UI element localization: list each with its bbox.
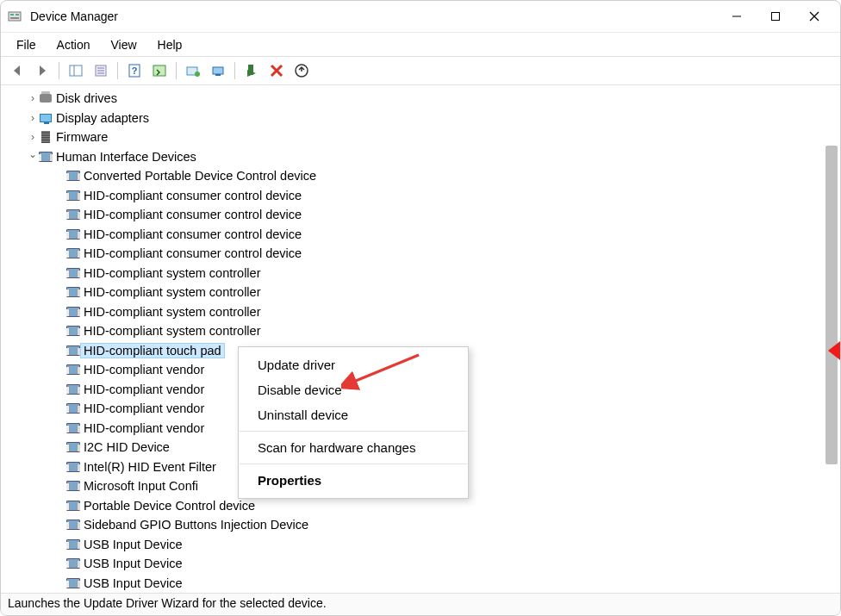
menu-file[interactable]: File	[6, 35, 47, 54]
tree-item-label: Microsoft Input Confi	[80, 479, 198, 493]
hid-icon	[66, 479, 80, 493]
cm-uninstall-device[interactable]: Uninstall device	[239, 402, 468, 427]
hid-icon	[66, 557, 80, 570]
tree-item[interactable]: HID-compliant system controller	[1, 302, 840, 322]
menubar: File Action View Help	[1, 32, 840, 56]
tree-item[interactable]: HID-compliant consumer control device	[1, 205, 840, 225]
tree-item[interactable]: HID-compliant consumer control device	[1, 186, 840, 206]
chevron-right-icon[interactable]	[27, 112, 39, 124]
tree-item-label: HID-compliant consumer control device	[80, 227, 302, 241]
tree-item[interactable]: Display adapters	[1, 109, 840, 128]
svg-rect-20	[215, 74, 221, 76]
tree-item[interactable]: Firmware	[1, 128, 840, 147]
tree-item-label: HID-compliant consumer control device	[80, 208, 302, 221]
tree-item[interactable]: HID-compliant consumer control device	[1, 244, 840, 264]
tree-item-label: USB Input Device	[80, 576, 182, 590]
cm-properties[interactable]: Properties	[239, 468, 468, 493]
tree-item-label: HID-compliant system controller	[80, 285, 260, 299]
cm-update-driver[interactable]: Update driver	[239, 352, 468, 377]
back-button[interactable]	[6, 59, 28, 82]
enable-device-button[interactable]	[240, 59, 263, 82]
toolbar-separator	[59, 62, 59, 79]
tree-item[interactable]: USB Input Device	[1, 535, 840, 555]
display-icon	[39, 111, 53, 125]
menu-help[interactable]: Help	[147, 35, 193, 54]
svg-rect-3	[10, 17, 19, 19]
firmware-icon	[39, 130, 53, 144]
action-button[interactable]	[148, 59, 171, 82]
tree-item-label: HID-compliant system controller	[80, 305, 260, 319]
disk-icon	[39, 91, 53, 105]
scan-hardware-button[interactable]	[207, 59, 229, 82]
hid-icon	[66, 169, 80, 183]
statusbar-text: Launches the Update Driver Wizard for th…	[8, 596, 327, 610]
properties-button[interactable]	[90, 59, 112, 82]
toolbar-separator	[176, 62, 177, 79]
tree-item-label: HID-compliant consumer control device	[80, 246, 302, 260]
hid-icon	[66, 189, 80, 202]
tree-item-label: Firmware	[53, 130, 108, 144]
svg-rect-1	[10, 14, 14, 16]
tree-item[interactable]: HID-compliant system controller	[1, 264, 840, 283]
toolbar: ?	[1, 57, 840, 84]
tree-item-label: HID-compliant vendor	[80, 401, 204, 415]
tree-item-label: Disk drives	[53, 91, 117, 105]
menu-action[interactable]: Action	[47, 35, 101, 54]
hid-icon	[66, 363, 80, 376]
svg-point-18	[195, 72, 200, 77]
chevron-right-icon[interactable]	[27, 131, 39, 143]
svg-rect-5	[771, 13, 779, 21]
tree-item[interactable]: Converted Portable Device Control device	[1, 166, 840, 186]
hid-icon	[66, 576, 80, 590]
minimize-button[interactable]	[717, 3, 756, 29]
svg-rect-2	[16, 14, 19, 16]
hid-icon	[66, 305, 80, 319]
toolbar-separator	[117, 62, 118, 79]
tree-item[interactable]: HID-compliant system controller	[1, 283, 840, 302]
tree-item[interactable]: USB Input Device	[1, 574, 840, 594]
device-tree-panel: Disk drivesDisplay adaptersFirmwareHuman…	[1, 84, 840, 593]
hid-icon	[66, 538, 80, 551]
tree-item[interactable]: Sideband GPIO Buttons Injection Device	[1, 515, 840, 535]
tree-item-label: Sideband GPIO Buttons Injection Device	[80, 518, 308, 532]
hid-icon	[66, 440, 80, 454]
cm-separator	[240, 431, 467, 432]
uninstall-device-button[interactable]	[290, 59, 313, 82]
maximize-button[interactable]	[756, 3, 794, 29]
tree-item-label: Intel(R) HID Event Filter	[80, 460, 216, 474]
tree-item-label: Display adapters	[53, 111, 149, 125]
tree-item[interactable]: HID-compliant consumer control device	[1, 225, 840, 245]
svg-rect-8	[70, 65, 82, 76]
forward-button[interactable]	[31, 59, 53, 82]
tree-item[interactable]: Human Interface Devices	[1, 147, 840, 167]
hid-icon	[66, 227, 80, 241]
svg-text:?: ?	[132, 65, 138, 76]
tree-item-label: HID-compliant system controller	[80, 324, 260, 338]
tree-item-label: HID-compliant vendor	[80, 421, 204, 435]
show-hide-tree-button[interactable]	[65, 59, 87, 82]
hid-icon	[66, 383, 80, 396]
menu-view[interactable]: View	[100, 35, 146, 54]
tree-item-label: HID-compliant system controller	[80, 266, 260, 280]
tree-item-label: USB Input Device	[80, 538, 182, 551]
tree-item-label: HID-compliant vendor	[80, 363, 204, 376]
cm-disable-device[interactable]: Disable device	[239, 377, 468, 402]
help-button[interactable]: ?	[123, 59, 146, 82]
device-tree[interactable]: Disk drivesDisplay adaptersFirmwareHuman…	[1, 85, 840, 593]
cm-scan-hardware[interactable]: Scan for hardware changes	[239, 435, 468, 460]
chevron-down-icon[interactable]	[27, 151, 39, 163]
tree-item[interactable]: HID-compliant system controller	[1, 321, 840, 341]
hid-icon	[66, 518, 80, 532]
chevron-right-icon[interactable]	[27, 92, 39, 104]
window-title: Device Manager	[30, 9, 717, 23]
tree-item-label: HID-compliant touch pad	[80, 343, 225, 358]
tree-item[interactable]: Disk drives	[1, 89, 840, 109]
hid-icon	[66, 285, 80, 299]
vertical-scrollbar[interactable]	[825, 146, 838, 464]
close-button[interactable]	[794, 3, 833, 29]
update-driver-button[interactable]	[182, 59, 204, 82]
tree-item[interactable]: USB Input Device	[1, 554, 840, 574]
tree-item-label: HID-compliant consumer control device	[80, 189, 302, 202]
titlebar: Device Manager	[1, 1, 840, 32]
disable-device-button[interactable]	[265, 59, 288, 82]
